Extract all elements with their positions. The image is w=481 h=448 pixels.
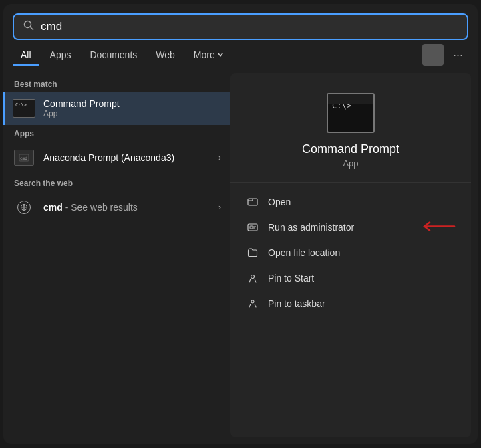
run-admin-icon — [247, 221, 259, 233]
anaconda-icon: cmd — [13, 146, 35, 169]
anaconda-title: Anaconda Prompt (Anaconda3) — [43, 152, 210, 163]
best-match-label: Best match — [3, 76, 230, 92]
web-search-arrow: › — [218, 203, 221, 212]
search-bar — [13, 13, 468, 40]
web-search-item[interactable]: cmd - See web results › — [3, 191, 230, 224]
open-file-location-icon — [247, 247, 259, 259]
action-run-admin[interactable]: Run as administrator — [230, 215, 471, 240]
best-match-title: Command Prompt — [43, 98, 221, 109]
app-detail-header: Command Prompt App — [230, 73, 471, 183]
open-icon — [247, 196, 259, 208]
svg-text:cmd: cmd — [20, 156, 27, 160]
web-search-query: cmd - See web results — [43, 202, 210, 213]
tab-all[interactable]: All — [13, 44, 39, 66]
pin-start-icon — [247, 272, 259, 284]
svg-rect-8 — [250, 226, 253, 229]
action-open-file-location-label: Open file location — [268, 247, 340, 258]
tab-more[interactable]: More — [186, 44, 232, 66]
cmd-small-icon — [13, 97, 35, 120]
web-search-label: Search the web — [3, 175, 230, 191]
red-arrow — [418, 218, 458, 237]
tab-web[interactable]: Web — [148, 44, 183, 66]
app-detail-type: App — [343, 158, 358, 169]
pin-taskbar-icon — [247, 298, 259, 310]
web-search-icon — [13, 196, 35, 219]
actions-list: Open Run as administrator — [230, 183, 471, 323]
tab-documents[interactable]: Documents — [82, 44, 145, 66]
search-window: All Apps Documents Web More ··· Best mat… — [3, 4, 478, 444]
best-match-text: Command Prompt App — [43, 98, 221, 118]
anaconda-text: Anaconda Prompt (Anaconda3) — [43, 152, 210, 163]
right-panel: Command Prompt App Open — [230, 73, 471, 437]
search-bar-wrap — [3, 4, 478, 40]
cmd-large-icon — [327, 93, 375, 133]
anaconda-arrow: › — [218, 153, 221, 162]
action-pin-taskbar-label: Pin to taskbar — [268, 298, 325, 309]
main-content: Best match Command Prompt App Apps c — [3, 66, 478, 444]
action-open-file-location[interactable]: Open file location — [230, 240, 471, 265]
action-pin-start[interactable]: Pin to Start — [230, 265, 471, 291]
action-open[interactable]: Open — [230, 189, 471, 215]
more-options-button[interactable]: ··· — [448, 45, 468, 65]
tabs-right: ··· — [422, 44, 468, 66]
anaconda-item[interactable]: cmd Anaconda Prompt (Anaconda3) › — [3, 141, 230, 175]
apps-label: Apps — [3, 125, 230, 141]
web-search-text: cmd - See web results — [43, 202, 210, 213]
left-panel: Best match Command Prompt App Apps c — [3, 66, 230, 444]
action-pin-taskbar[interactable]: Pin to taskbar — [230, 291, 471, 316]
tabs-row: All Apps Documents Web More ··· — [3, 40, 478, 66]
action-pin-start-label: Pin to Start — [268, 273, 314, 284]
best-match-item[interactable]: Command Prompt App — [3, 92, 230, 125]
search-icon — [23, 20, 34, 33]
best-match-subtitle: App — [43, 109, 221, 118]
svg-point-12 — [251, 300, 254, 303]
svg-point-11 — [251, 275, 255, 279]
tab-apps[interactable]: Apps — [42, 44, 79, 66]
profile-avatar[interactable] — [422, 44, 444, 66]
action-open-label: Open — [268, 197, 291, 207]
search-input[interactable] — [41, 20, 458, 33]
svg-line-1 — [31, 27, 33, 30]
action-run-admin-label: Run as administrator — [268, 222, 354, 233]
app-detail-name: Command Prompt — [302, 142, 399, 156]
